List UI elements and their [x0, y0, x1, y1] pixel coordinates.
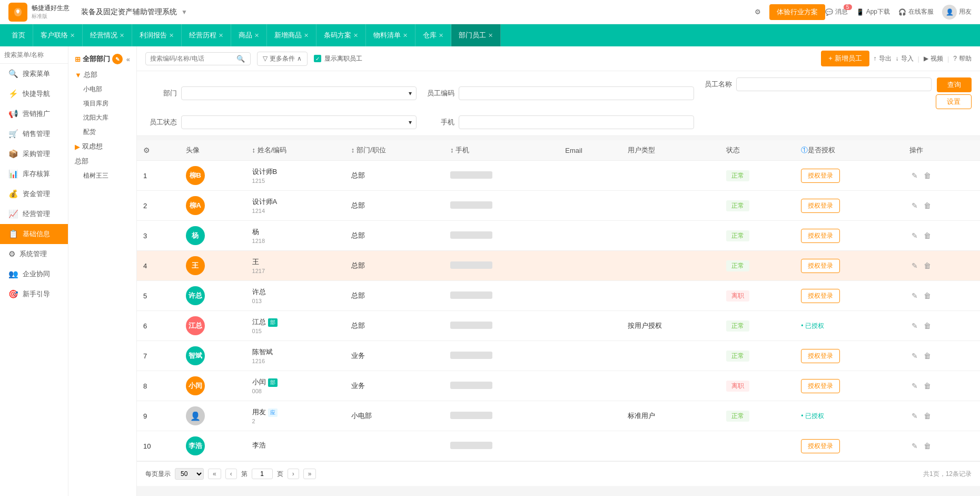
reset-button[interactable]: 设置 [936, 94, 972, 109]
query-button[interactable]: 查询 [937, 77, 972, 92]
page-size-select[interactable]: 50 100 [175, 468, 204, 480]
edit-button[interactable]: ✎ [909, 381, 920, 391]
page-input[interactable] [252, 469, 273, 479]
tree-item-zonbu[interactable]: 总部 [68, 154, 136, 169]
sidebar-item-search[interactable]: 🔍 搜索菜单 [0, 64, 68, 84]
delete-button[interactable]: 🗑 [922, 290, 933, 301]
tree-item-peihuo[interactable]: 配货 [68, 125, 136, 139]
dept-select[interactable]: ▾ [181, 86, 417, 100]
close-icon[interactable]: ✕ [304, 32, 309, 39]
close-icon[interactable]: ✕ [353, 32, 358, 39]
add-employee-button[interactable]: + 新增员工 [821, 51, 869, 66]
phone-input[interactable] [459, 115, 694, 129]
edit-button[interactable]: ✎ [909, 260, 920, 271]
auth-login-button[interactable]: 授权登录 [801, 289, 840, 303]
edit-button[interactable]: ✎ [909, 441, 920, 451]
delete-button[interactable]: 🗑 [922, 230, 933, 241]
sidebar-search-input[interactable] [4, 51, 68, 59]
tab-dept-staff[interactable]: 部门员工✕ [451, 24, 501, 46]
sidebar-item-bizmanage[interactable]: 📈 经营管理 [0, 204, 68, 224]
delete-button[interactable]: 🗑 [922, 381, 933, 391]
tree-item-zhishu[interactable]: 植树王三 [68, 169, 136, 183]
emp-status-select[interactable]: ▾ [181, 115, 417, 129]
export-button[interactable]: ↑ 导出 [874, 54, 892, 63]
next-page-button[interactable]: › [288, 469, 299, 479]
edit-button[interactable]: ✎ [909, 320, 920, 331]
edit-button[interactable]: ✎ [909, 200, 920, 211]
close-icon[interactable]: ✕ [70, 32, 75, 39]
close-icon[interactable]: ✕ [403, 32, 408, 39]
prev-page-button[interactable]: ‹ [225, 469, 237, 479]
tree-item-xiaodibu[interactable]: 小电部 [68, 82, 136, 96]
tab-customer[interactable]: 客户联络✕ [33, 24, 83, 46]
col-phone[interactable]: ↕ 手机 [444, 140, 559, 161]
delete-button[interactable]: 🗑 [922, 170, 933, 181]
sidebar-item-collab[interactable]: 👥 企业协同 [0, 264, 68, 284]
col-name[interactable]: ↕ 姓名/编码 [246, 140, 345, 161]
tab-bom[interactable]: 物料清单✕ [366, 24, 415, 46]
last-page-button[interactable]: » [303, 469, 316, 479]
auth-login-button[interactable]: 授权登录 [801, 169, 840, 183]
tab-new-goods[interactable]: 新增商品✕ [267, 24, 316, 46]
dropdown-arrow-icon[interactable]: ▼ [181, 8, 187, 16]
sidebar-item-basics[interactable]: 📋 基础信息 [0, 224, 68, 244]
tab-history[interactable]: 经营历程✕ [182, 24, 231, 46]
close-icon[interactable]: ✕ [219, 32, 223, 39]
edit-button[interactable]: ✎ [909, 230, 920, 241]
tab-goods[interactable]: 商品✕ [231, 24, 267, 46]
import-button[interactable]: ↓ 导入 [896, 54, 914, 63]
auth-login-button[interactable]: 授权登录 [801, 379, 840, 393]
emp-code-input[interactable] [459, 86, 694, 100]
auth-login-button[interactable]: 授权登录 [801, 229, 840, 243]
edit-button[interactable]: ✎ [909, 290, 920, 301]
tree-collapse-button[interactable]: « [126, 55, 130, 63]
search-input[interactable] [150, 55, 234, 62]
sidebar-item-sales[interactable]: 🛒 销售管理 [0, 124, 68, 144]
settings-icon[interactable]: ⚙ [143, 146, 150, 154]
sidebar-item-inventory[interactable]: 📊 库存核算 [0, 164, 68, 184]
edit-button[interactable]: ✎ [909, 351, 920, 361]
trial-button[interactable]: 体验行业方案 [769, 4, 825, 20]
delete-button[interactable]: 🗑 [922, 260, 933, 271]
delete-button[interactable]: 🗑 [922, 320, 933, 331]
settings-gear-button[interactable]: ⚙ [750, 5, 765, 20]
help-button[interactable]: ? 帮助 [953, 54, 972, 63]
close-icon[interactable]: ✕ [488, 32, 493, 39]
delete-button[interactable]: 🗑 [922, 351, 933, 361]
tab-profit[interactable]: 利润报告✕ [132, 24, 182, 46]
more-conditions-button[interactable]: ▽ 更多条件 ∧ [257, 52, 308, 66]
sidebar-item-purchase[interactable]: 📦 采购管理 [0, 144, 68, 164]
edit-button[interactable]: ✎ [909, 411, 920, 421]
auth-login-button[interactable]: 授权登录 [801, 199, 840, 213]
auth-login-button[interactable]: 授权登录 [801, 439, 840, 453]
first-page-button[interactable]: « [208, 469, 221, 479]
delete-button[interactable]: 🗑 [922, 411, 933, 421]
message-button[interactable]: 💬 消息 5 [825, 7, 848, 16]
edit-button[interactable]: ✎ [909, 170, 920, 181]
online-service-button[interactable]: 🎧 在线客服 [898, 7, 934, 16]
col-settings[interactable]: ⚙ [137, 140, 180, 161]
tab-barcode[interactable]: 条码方案✕ [316, 24, 366, 46]
show-resigned-checkbox[interactable]: ✓ [314, 55, 321, 62]
auth-login-button[interactable]: 授权登录 [801, 259, 840, 273]
sidebar-item-quicknav[interactable]: ⚡ 快捷导航 [0, 84, 68, 104]
tab-operations[interactable]: 经营情况✕ [83, 24, 132, 46]
sidebar-item-finance[interactable]: 💰 资金管理 [0, 184, 68, 204]
col-dept[interactable]: ↕ 部门/职位 [345, 140, 444, 161]
delete-button[interactable]: 🗑 [922, 441, 933, 451]
tab-home[interactable]: 首页 [4, 24, 33, 46]
sidebar-item-marketing[interactable]: 📢 营销推广 [0, 104, 68, 124]
sidebar-item-guide[interactable]: 🎯 新手引导 [0, 284, 68, 304]
user-avatar-button[interactable]: 👤 用友 [942, 5, 972, 20]
emp-name-input[interactable] [736, 77, 932, 91]
close-icon[interactable]: ✕ [439, 32, 443, 39]
tab-warehouse[interactable]: 仓库✕ [415, 24, 451, 46]
tree-item-shenyang[interactable]: 沈阳大库 [68, 111, 136, 125]
tree-edit-button[interactable]: ✎ [112, 54, 123, 64]
video-button[interactable]: ▶ 视频 [924, 54, 943, 63]
delete-button[interactable]: 🗑 [922, 200, 933, 211]
auth-login-button[interactable]: 授权登录 [801, 349, 840, 363]
tree-item-projectroom[interactable]: 项目库房 [68, 96, 136, 111]
tree-item-zonbu-parent[interactable]: ▼总部 [68, 67, 136, 82]
tree-item-shuangluxiang[interactable]: ▶双虑想 [68, 139, 136, 154]
